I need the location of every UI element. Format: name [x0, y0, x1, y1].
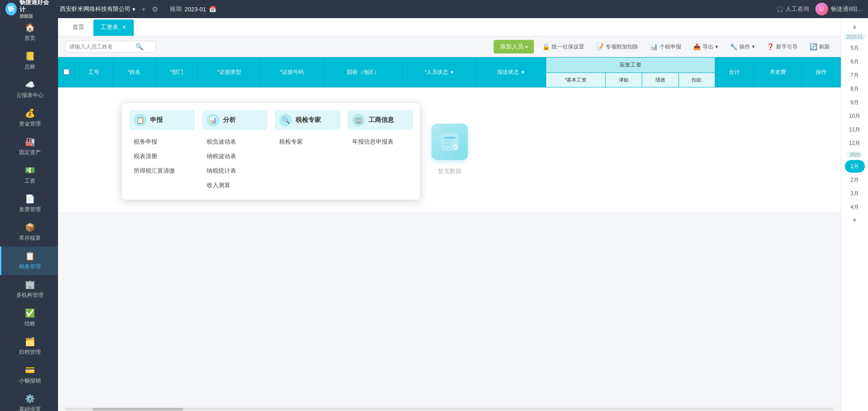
sidebar-item-promo[interactable]: 💳 小畅报销 [0, 361, 58, 389]
sidebar-label-multi-org: 多机构管理 [16, 291, 44, 299]
archive-icon: 🗂️ [25, 337, 35, 347]
special-deduction-btn[interactable]: 📝 专项附加扣除 [592, 41, 642, 53]
refresh-btn[interactable]: 🔄 刷新 [806, 41, 834, 53]
th-name: *姓名 [113, 58, 155, 87]
sidebar-item-fixed-assets[interactable]: 🏭 固定资产 [0, 132, 58, 161]
search-icon[interactable]: 🔍 [136, 43, 143, 50]
rp-month-2[interactable]: 2月 [845, 174, 865, 186]
sidebar-item-archive[interactable]: 🗂️ 归档管理 [0, 332, 58, 361]
sidebar-item-tax[interactable]: 📋 税务管理 [0, 247, 58, 275]
user-menu[interactable]: U 畅捷通8组... [815, 3, 863, 15]
th-deduction: 扣款 [679, 73, 715, 87]
tab-close-icon[interactable]: ✕ [122, 24, 126, 30]
th-id-type: *证据类型 [198, 58, 261, 87]
calendar-icon[interactable]: 📅 [209, 6, 216, 13]
add-person-button[interactable]: 添加人员 ▾ [494, 40, 534, 53]
rp-month-9[interactable]: 9月 [845, 96, 865, 109]
operation-chevron-icon: ▾ [752, 44, 755, 50]
sidebar-item-closing[interactable]: ✅ 结账 [0, 304, 58, 332]
select-all-checkbox[interactable] [63, 69, 69, 75]
sidebar-label-archive: 归档管理 [19, 348, 41, 356]
fenxi-section-icon: 📊 [207, 114, 219, 126]
toolbar-actions: 🔒 统一社保设置 📝 专项附加扣除 📊 个税申报 📤 导出 ▾ 🔧 [538, 41, 834, 53]
rp-month-10[interactable]: 10月 [845, 110, 865, 122]
ledger-icon: 📒 [25, 51, 35, 61]
salary-icon: 💵 [25, 165, 35, 175]
gongshang-title: 工商信息 [369, 116, 394, 124]
company-selector[interactable]: 西安虾米网络科技有限公司 ▾ [60, 5, 136, 13]
menu-item-tax-burden[interactable]: 税负波动表 [202, 135, 268, 149]
sidebar-item-inventory[interactable]: 📦 库存核算 [0, 218, 58, 247]
sidebar-label-invoice: 发票管理 [19, 206, 41, 213]
shuijian-title: 税检专家 [296, 116, 321, 124]
status-filter-icon[interactable]: ▼ [450, 70, 454, 75]
user-name: 畅捷通8组... [831, 5, 863, 13]
rp-month-1-active[interactable]: 1月 [845, 160, 865, 173]
rp-month-5[interactable]: 5月 [845, 42, 865, 54]
sidebar-label-ledger: 总账 [24, 63, 35, 71]
rp-month-4[interactable]: 4月 [845, 201, 865, 213]
social-security-btn[interactable]: 🔒 统一社保设置 [538, 41, 588, 53]
sidebar-item-fund[interactable]: 💰 资金管理 [0, 104, 58, 132]
sidebar-item-invoice[interactable]: 📄 发票管理 [0, 189, 58, 218]
search-input[interactable] [69, 44, 133, 50]
inventory-icon: 📦 [25, 222, 35, 232]
section-title-gongshang: 🏢 工商信息 [348, 110, 413, 130]
th-yingfa-group: 应发工资 [546, 58, 715, 73]
tab-salary[interactable]: 工资表 ✕ [93, 19, 134, 36]
menu-item-tax-flow[interactable]: 纳税波动表 [202, 149, 268, 164]
new-guide-btn[interactable]: ❓ 新手引导 [763, 41, 801, 53]
cloud-icon: ☁️ [25, 80, 35, 90]
tab-home[interactable]: 首页 [65, 19, 92, 36]
rp-month-8[interactable]: 8月 [845, 82, 865, 95]
dropdown-section-gongshang: 🏢 工商信息 年报信息申报表 [348, 110, 413, 193]
th-checkbox[interactable] [58, 58, 75, 87]
rp-month-6[interactable]: 6月 [845, 55, 865, 68]
menu-item-tax-return[interactable]: 税务申报 [129, 135, 195, 149]
sidebar-item-cloud-report[interactable]: ☁️ 云报表中心 [0, 75, 58, 104]
sidebar-item-ledger[interactable]: 📒 总账 [0, 47, 58, 75]
report-filter-icon[interactable]: ▼ [520, 70, 525, 75]
add-company-icon[interactable]: ＋ [140, 5, 147, 14]
dropdown-grid: 📋 申报 税务申报 税表清册 所得税汇算清缴 📊 分析 税负波动表 [129, 110, 413, 193]
tab-home-label: 首页 [73, 24, 84, 30]
operation-btn[interactable]: 🔧 操作 ▾ [726, 41, 758, 53]
sidebar-item-basic[interactable]: ⚙️ 基础设置 [0, 389, 58, 411]
rp-month-11[interactable]: 11月 [845, 123, 865, 136]
dropdown-section-shuijian: 🔍 税检专家 税检专家 [275, 110, 340, 193]
scroll-track[interactable] [65, 408, 834, 411]
svg-rect-1 [444, 137, 456, 139]
headset-icon: 🎧 [776, 6, 784, 13]
chevron-down-icon: ▾ [132, 6, 136, 13]
help-button[interactable]: 🎧 人工咨询 [776, 5, 809, 13]
menu-item-tax-table[interactable]: 税表清册 [129, 149, 195, 164]
avatar: U [815, 3, 828, 15]
sidebar-label-inventory: 库存核算 [19, 234, 41, 242]
menu-item-tax-expert[interactable]: 税检专家 [275, 135, 340, 149]
rp-month-3[interactable]: 3月 [845, 187, 865, 200]
personal-tax-btn[interactable]: 📊 个税申报 [646, 41, 685, 53]
fenxi-title: 分析 [223, 116, 236, 124]
rp-nav-up[interactable]: ▲ [849, 21, 860, 32]
rp-month-7[interactable]: 7月 [845, 69, 865, 82]
menu-item-income-calc[interactable]: 所得税汇算清缴 [129, 164, 195, 178]
add-person-label: 添加人员 [500, 43, 524, 51]
rp-month-12[interactable]: 12月 [845, 137, 865, 150]
sidebar-item-salary[interactable]: 💵 工资 [0, 161, 58, 189]
export-btn[interactable]: 📤 导出 ▾ [689, 41, 722, 53]
menu-item-annual-report[interactable]: 年报信息申报表 [348, 135, 413, 149]
sidebar-item-home[interactable]: 🏠 首页 [0, 18, 58, 47]
sidebar-item-multi-org[interactable]: 🏢 多机构管理 [0, 275, 58, 304]
scroll-thumb[interactable] [92, 408, 183, 411]
search-wrap[interactable]: 🔍 [65, 41, 156, 53]
sidebar-label-closing: 结账 [24, 320, 35, 328]
home-icon: 🏠 [25, 23, 35, 33]
rp-nav-down[interactable]: ▼ [849, 215, 860, 226]
sidebar-label-cloud: 云报表中心 [16, 92, 44, 99]
promo-icon: 💳 [25, 365, 35, 375]
menu-item-income-est[interactable]: 收入测算 [202, 178, 268, 193]
rp-year-label-2023: 2023 [847, 151, 862, 158]
menu-item-tax-stat[interactable]: 纳税统计表 [202, 164, 268, 178]
settings-icon[interactable]: ⚙ [152, 5, 158, 14]
dropdown-section-shenbao: 📋 申报 税务申报 税表清册 所得税汇算清缴 [129, 110, 195, 193]
